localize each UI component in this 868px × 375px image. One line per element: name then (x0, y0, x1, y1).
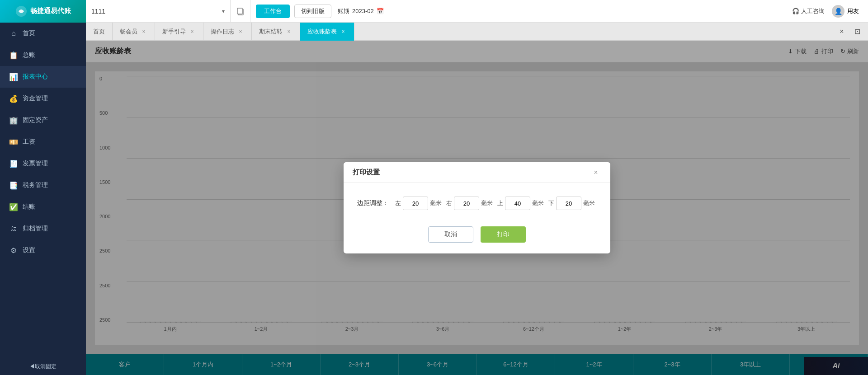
modal-header: 打印设置 × (344, 162, 610, 183)
bottom-margin-input[interactable] (556, 197, 581, 210)
sidebar: ⌂ 首页 📋 总账 📊 报表中心 💰 资金管理 🏢 固定资产 💴 工资 (0, 23, 86, 375)
report-icon: 📊 (9, 73, 18, 81)
tab-guide[interactable]: 新手引导 × (155, 23, 203, 41)
tab-member-close[interactable]: × (140, 28, 147, 35)
sidebar-item-archive[interactable]: 🗂 归档管理 (0, 218, 86, 239)
tab-close-all-button[interactable]: × (835, 24, 849, 39)
margin-row: 边距调整： 左 毫米 右 毫米 (357, 197, 597, 210)
header-right: 🎧 人工咨询 👤 用友 (792, 5, 868, 18)
margin-top-group: 上 毫米 (497, 197, 544, 210)
right-margin-input[interactable] (454, 197, 479, 210)
sidebar-item-label: 资金管理 (23, 94, 48, 103)
chevron-down-icon: ▾ (222, 8, 225, 14)
modal-title: 打印设置 (353, 168, 380, 177)
user-label: 用友 (847, 7, 859, 15)
margin-bottom-group: 下 毫米 (548, 197, 595, 210)
tab-log-close[interactable]: × (237, 28, 244, 35)
tab-expand-button[interactable]: ⊡ (850, 24, 864, 39)
top-label: 上 (497, 199, 503, 207)
invoice-icon: 🧾 (9, 159, 18, 168)
tab-log-label: 操作日志 (211, 28, 234, 36)
sidebar-item-label: 税务管理 (23, 181, 48, 189)
sidebar-item-settings[interactable]: ⚙ 设置 (0, 239, 86, 261)
tab-guide-close[interactable]: × (189, 28, 196, 35)
copy-icon[interactable] (231, 0, 250, 23)
margin-left-group: 左 毫米 (395, 197, 442, 210)
home-icon: ⌂ (9, 29, 18, 38)
modal-footer: 取消 打印 (344, 219, 610, 253)
margin-right-group: 右 毫米 (446, 197, 493, 210)
sidebar-item-assets[interactable]: 🏢 固定资产 (0, 109, 86, 131)
collapse-label: ◀取消固定 (29, 363, 57, 370)
sidebar-item-label: 发票管理 (23, 159, 48, 168)
sidebar-item-label: 报表中心 (23, 73, 48, 81)
left-label: 左 (395, 199, 401, 207)
cancel-button[interactable]: 取消 (428, 226, 473, 243)
svg-rect-2 (237, 8, 242, 14)
company-selector[interactable]: 1111 ▾ (86, 0, 231, 23)
left-margin-input[interactable] (403, 197, 428, 210)
tab-yearend-label: 期末结转 (259, 28, 283, 36)
tab-yearend[interactable]: 期末结转 × (252, 23, 300, 41)
sidebar-item-label: 设置 (23, 246, 35, 254)
modal-close-button[interactable]: × (590, 167, 601, 178)
switch-old-button[interactable]: 切到旧版 (294, 5, 331, 18)
sidebar-item-label: 归档管理 (23, 225, 48, 233)
right-unit: 毫米 (481, 199, 493, 207)
user-info[interactable]: 👤 用友 (832, 5, 859, 18)
sidebar-item-tax[interactable]: 📑 税务管理 (0, 174, 86, 196)
tab-yearend-close[interactable]: × (285, 28, 292, 35)
content-area: 首页 畅会员 × 新手引导 × 操作日志 × 期末结转 × 应收账龄表 × (86, 23, 868, 375)
salary-icon: 💴 (9, 138, 18, 146)
app-name: 畅捷通易代账 (30, 7, 71, 15)
consult-label: 人工咨询 (801, 7, 825, 15)
sidebar-item-salary[interactable]: 💴 工资 (0, 131, 86, 153)
workbench-button[interactable]: 工作台 (256, 5, 290, 18)
top-margin-input[interactable] (505, 197, 530, 210)
right-label: 右 (446, 199, 452, 207)
sidebar-item-label: 工资 (23, 138, 35, 146)
tax-icon: 📑 (9, 181, 18, 190)
logo: 畅捷通易代账 (0, 0, 86, 23)
sidebar-scroll: ⌂ 首页 📋 总账 📊 报表中心 💰 资金管理 🏢 固定资产 💴 工资 (0, 23, 86, 358)
tab-aging-close[interactable]: × (340, 28, 347, 35)
tab-member[interactable]: 畅会员 × (113, 23, 155, 41)
calendar-icon[interactable]: 📅 (377, 8, 384, 14)
period-label: 账期 (338, 7, 349, 15)
assets-icon: 🏢 (9, 116, 18, 125)
consult-button[interactable]: 🎧 人工咨询 (792, 7, 825, 15)
period-info: 账期 2023-02 📅 (338, 7, 384, 15)
modal-body: 边距调整： 左 毫米 右 毫米 (344, 183, 610, 219)
tab-guide-label: 新手引导 (162, 28, 186, 36)
period-value: 2023-02 (352, 8, 374, 14)
sidebar-item-ledger[interactable]: 📋 总账 (0, 44, 86, 66)
settle-icon: ✅ (9, 203, 18, 211)
tab-aging[interactable]: 应收账龄表 × (300, 23, 354, 41)
main-layout: ⌂ 首页 📋 总账 📊 报表中心 💰 资金管理 🏢 固定资产 💴 工资 (0, 23, 868, 375)
company-name: 1111 (91, 8, 218, 15)
sidebar-item-home[interactable]: ⌂ 首页 (0, 23, 86, 44)
sidebar-item-report[interactable]: 📊 报表中心 (0, 66, 86, 88)
modal-overlay: 打印设置 × 边距调整： 左 毫米 右 (86, 41, 868, 375)
sidebar-item-settle[interactable]: ✅ 结账 (0, 196, 86, 218)
sidebar-collapse-button[interactable]: ◀取消固定 (0, 358, 86, 375)
top-unit: 毫米 (532, 199, 544, 207)
sidebar-item-label: 首页 (23, 29, 35, 38)
tab-member-label: 畅会员 (120, 28, 137, 36)
sidebar-item-invoice[interactable]: 🧾 发票管理 (0, 153, 86, 174)
page-content: 应收账龄表 ⬇ 下载 🖨 打印 ↻ 刷新 (86, 41, 868, 375)
sidebar-item-label: 结账 (23, 203, 35, 211)
print-confirm-button[interactable]: 打印 (481, 226, 526, 243)
tab-home-label: 首页 (93, 28, 105, 36)
sidebar-item-finance[interactable]: 💰 资金管理 (0, 88, 86, 109)
ledger-icon: 📋 (9, 51, 18, 60)
headset-icon: 🎧 (792, 8, 799, 14)
tabs-bar: 首页 畅会员 × 新手引导 × 操作日志 × 期末结转 × 应收账龄表 × (86, 23, 868, 41)
sidebar-item-label: 固定资产 (23, 116, 48, 124)
tab-home[interactable]: 首页 (86, 23, 113, 41)
tab-aging-label: 应收账龄表 (307, 28, 337, 36)
bottom-unit: 毫米 (583, 199, 595, 207)
sidebar-item-label: 总账 (23, 51, 35, 59)
logo-icon (15, 5, 28, 18)
tab-log[interactable]: 操作日志 × (203, 23, 252, 41)
